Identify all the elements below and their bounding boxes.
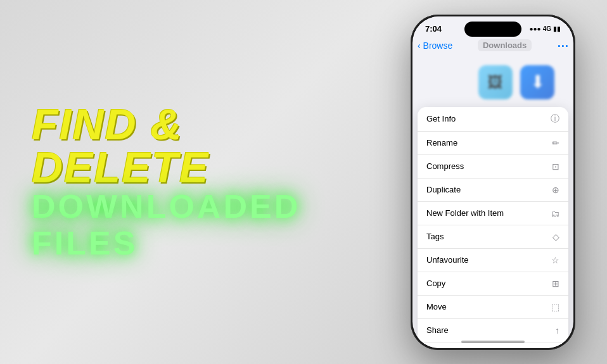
title-line2: DOWNLOADED [32,189,373,225]
title-line3: FILES [32,225,373,261]
menu-item-icon: ⬚ [551,302,559,312]
phone-mockup: 7:04 ●●● 4G ▮▮ ‹ Browse Downloads ⋯ [411,15,575,350]
menu-item-icon: ⓘ [551,113,559,125]
nav-back-button[interactable]: ‹ Browse [418,41,452,51]
menu-item-label: Get Info [426,114,456,123]
menu-item-share[interactable]: Share↑ [418,319,568,342]
home-indicator [461,341,525,343]
menu-item-unfavourite[interactable]: Unfavourite☆ [418,249,568,272]
menu-item-rename[interactable]: Rename✏ [418,132,568,155]
status-icons: ●●● 4G ▮▮ [530,25,561,32]
menu-item-icon: ⊕ [552,185,559,195]
menu-item-label: Rename [426,138,457,147]
phone-inner: 7:04 ●●● 4G ▮▮ ‹ Browse Downloads ⋯ [412,16,573,348]
menu-item-move[interactable]: Move⬚ [418,296,568,319]
dynamic-island [464,22,521,37]
menu-item-label: Tags [426,232,444,241]
menu-item-icon: ⊡ [552,161,559,172]
menu-item-get-info[interactable]: Get Infoⓘ [418,107,568,132]
menu-item-label: Compress [426,161,464,171]
menu-item-label: Copy [426,279,445,288]
menu-item-icon: ◇ [553,232,559,242]
folder-blue-icon: ⬇ [530,72,545,92]
folder-thumb-blue[interactable]: ⬇ [520,65,554,99]
menu-item-label: Move [426,302,447,311]
menu-item-icon: ⊞ [552,279,559,289]
folder-teal-icon: 🖼 [488,73,503,91]
menu-item-compress[interactable]: Compress⊡ [418,155,568,179]
network-label: 4G [543,25,551,32]
menu-item-icon: ☆ [551,255,559,265]
context-menu: Get InfoⓘRename✏Compress⊡Duplicate⊕New F… [418,107,568,348]
title-line1: FIND & DELETE [32,103,373,189]
menu-item-tags[interactable]: Tags◇ [418,225,568,249]
nav-more-button[interactable]: ⋯ [557,39,568,53]
signal-icon: ●●● [530,25,541,32]
right-section: 7:04 ●●● 4G ▮▮ ‹ Browse Downloads ⋯ [404,2,607,363]
menu-item-icon: 🗂 [551,208,559,218]
left-section: FIND & DELETE DOWNLOADED FILES [0,77,404,286]
menu-item-label: New Folder with Item [426,208,504,218]
menu-item-new-folder-with-item[interactable]: New Folder with Item🗂 [418,202,568,225]
phone-outer: 7:04 ●●● 4G ▮▮ ‹ Browse Downloads ⋯ [411,15,575,350]
menu-item-delete[interactable]: Delete🗑 [418,342,568,348]
nav-bar: ‹ Browse Downloads ⋯ [412,36,573,55]
menu-item-label: Duplicate [426,185,461,194]
menu-item-icon: ↑ [555,325,559,336]
menu-item-duplicate[interactable]: Duplicate⊕ [418,179,568,202]
nav-title: Downloads [478,39,532,51]
folder-thumb-teal[interactable]: 🖼 [478,65,513,99]
status-time: 7:04 [425,24,442,34]
menu-item-icon: ✏ [552,138,559,148]
battery-icon: ▮▮ [553,25,561,32]
menu-item-label: Unfavourite [426,255,468,265]
menu-item-label: Share [426,325,449,335]
folder-area: 🖼 ⬇ [412,60,573,104]
menu-item-copy[interactable]: Copy⊞ [418,272,568,296]
